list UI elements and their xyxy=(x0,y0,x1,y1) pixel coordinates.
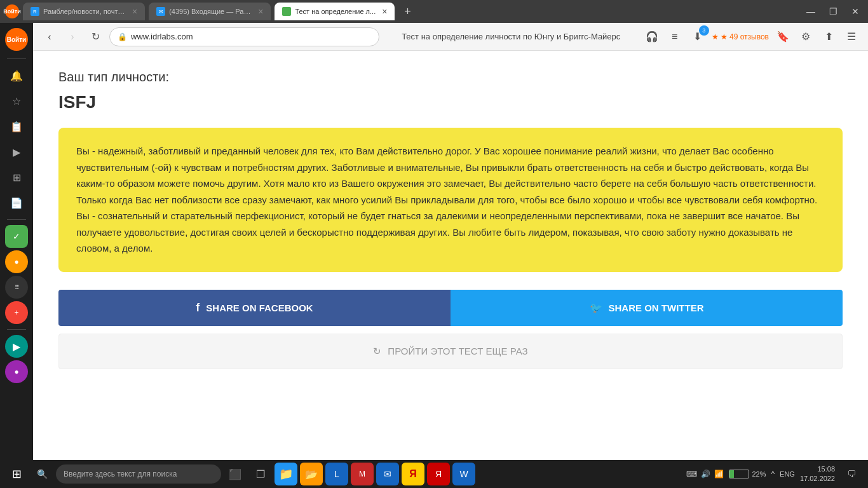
settings-icon[interactable]: ⚙ xyxy=(797,28,815,46)
sidebar-icon-orange[interactable]: ● xyxy=(5,250,28,273)
system-clock: 15:08 17.02.2022 xyxy=(800,464,835,484)
tab-label-2: (4395) Входящие — Рамб... xyxy=(169,8,252,15)
taskbar-search-placeholder: Введите здесь текст для поиска xyxy=(64,470,177,478)
reviews-badge[interactable]: ★ ★ 49 отзывов xyxy=(712,32,769,41)
address-text: www.idrlabs.com xyxy=(131,32,193,41)
nav-page-title: Тест на определение личности по Юнгу и Б… xyxy=(384,32,638,41)
page-content: Ваш тип личности: ISFJ Вы - надежный, за… xyxy=(33,51,868,460)
taskbar-app-yandex2[interactable]: Я xyxy=(427,463,450,485)
title-bar-left: Войти R Рамблер/новости, почта ... × ✉ (… xyxy=(5,3,416,20)
tray-icon-3[interactable]: 📶 xyxy=(714,470,724,478)
sidebar-icon-teal[interactable]: ▶ xyxy=(5,335,28,358)
sidebar-icon-notes[interactable]: 📋 xyxy=(5,115,28,138)
personality-type: ISFJ xyxy=(58,92,843,112)
tray-icon-1[interactable]: ⌨ xyxy=(686,470,697,478)
close-button[interactable]: ✕ xyxy=(848,5,863,18)
tab-rambler-news[interactable]: R Рамблер/новости, почта ... × xyxy=(23,3,145,20)
expand-icon[interactable]: ^ xyxy=(771,470,775,478)
clock-time: 15:08 xyxy=(800,464,835,474)
battery-fill xyxy=(729,470,734,478)
tab-label-1: Рамблер/новости, почта ... xyxy=(43,8,126,15)
taskbar-app-files[interactable]: 📂 xyxy=(300,463,323,485)
refresh-button[interactable]: ↻ xyxy=(86,28,104,46)
taskbar-app-red[interactable]: M xyxy=(351,463,374,485)
tab-close-2[interactable]: × xyxy=(258,6,263,17)
taskbar-search-icon[interactable]: 🔍 xyxy=(31,463,53,485)
clock-date: 17.02.2022 xyxy=(800,474,835,484)
bookmark-icon[interactable]: 🔖 xyxy=(774,28,792,46)
tab-mail[interactable]: ✉ (4395) Входящие — Рамб... × xyxy=(149,3,271,20)
taskbar-app-yandex[interactable]: Я xyxy=(402,463,424,485)
title-bar-controls: — ❐ ✕ xyxy=(803,5,863,18)
description-box: Вы - надежный, заботливый и преданный че… xyxy=(58,128,843,272)
taskbar-app-mail[interactable]: ✉ xyxy=(376,463,399,485)
sidebar-toggle-icon[interactable]: ☰ xyxy=(843,28,860,46)
sidebar-icon-doc[interactable]: 📄 xyxy=(5,191,28,214)
share-icon[interactable]: ⬆ xyxy=(820,28,837,46)
description-text: Вы - надежный, заботливый и преданный че… xyxy=(76,143,825,257)
facebook-icon: f xyxy=(196,301,200,315)
tab-favicon-1: R xyxy=(31,7,39,16)
refresh-icon-retake: ↻ xyxy=(373,346,381,357)
rambler-logo[interactable]: Войти xyxy=(5,4,19,18)
notification-icon[interactable]: 🗨 xyxy=(840,463,863,485)
taskbar-app-explorer[interactable]: 📁 xyxy=(275,463,297,485)
sidebar-icon-play[interactable]: ▶ xyxy=(5,140,28,163)
share-facebook-button[interactable]: f SHARE ON FACEBOOK xyxy=(58,290,451,326)
tab-test-active[interactable]: Тест на определение л... × xyxy=(275,3,395,20)
reader-icon[interactable]: ≡ xyxy=(666,28,684,46)
retake-test-button[interactable]: ↻ ПРОЙТИ ЭТОТ ТЕСТ ЕЩЕ РАЗ xyxy=(58,334,843,369)
sidebar-icon-star[interactable]: ☆ xyxy=(5,90,28,112)
sidebar-icon-purple[interactable]: ● xyxy=(5,360,28,383)
lock-icon: 🔒 xyxy=(118,32,127,41)
battery-bar xyxy=(729,470,749,478)
taskbar-right: ⌨ 🔊 📶 22% ^ ENG 15:08 17.02.2022 🗨 xyxy=(686,463,863,485)
sidebar-icon-bell[interactable]: 🔔 xyxy=(5,64,28,87)
tab-favicon-2: ✉ xyxy=(156,7,165,16)
download-icon[interactable]: ⬇ 3 xyxy=(689,28,707,46)
sidebar-icon-dots[interactable]: ⠿ xyxy=(5,276,28,299)
language-indicator[interactable]: ENG xyxy=(780,470,795,478)
title-bar: Войти R Рамблер/новости, почта ... × ✉ (… xyxy=(0,0,868,23)
sidebar: Войти 🔔 ☆ 📋 ▶ ⊞ 📄 ✓ ● ⠿ + ▶ ● xyxy=(0,23,33,460)
download-badge: 3 xyxy=(699,25,709,36)
taskbar-cortana-icon[interactable]: ⬛ xyxy=(224,463,247,485)
share-twitter-button[interactable]: 🐦 SHARE ON TWITTER xyxy=(451,290,843,326)
nav-bar: ‹ › ↻ 🔒 www.idrlabs.com Тест на определе… xyxy=(33,23,868,51)
taskbar-app-doc[interactable]: W xyxy=(452,463,475,485)
minimize-button[interactable]: — xyxy=(803,5,819,18)
reviews-star: ★ xyxy=(712,32,719,41)
sidebar-icon-green[interactable]: ✓ xyxy=(5,225,28,248)
tray-expand[interactable]: ^ xyxy=(771,470,775,478)
taskbar: ⊞ 🔍 Введите здесь текст для поиска ⬛ ❐ 📁… xyxy=(0,460,868,488)
taskbar-search-bar[interactable]: Введите здесь текст для поиска xyxy=(56,464,221,484)
restore-button[interactable]: ❐ xyxy=(825,5,841,18)
tab-close-3[interactable]: × xyxy=(382,6,387,17)
tab-label-3: Тест на определение л... xyxy=(295,8,376,15)
tray-icon-2[interactable]: 🔊 xyxy=(701,470,710,478)
back-button[interactable]: ‹ xyxy=(41,28,58,46)
personality-label: Ваш тип личности: xyxy=(58,70,843,85)
sidebar-divider-1 xyxy=(7,58,26,59)
start-button[interactable]: ⊞ xyxy=(5,463,28,485)
sidebar-icon-red[interactable]: + xyxy=(5,301,28,324)
headphones-icon[interactable]: 🎧 xyxy=(643,28,661,46)
sidebar-icon-grid[interactable]: ⊞ xyxy=(5,166,28,189)
tab-favicon-3 xyxy=(282,7,291,16)
browser-body: Войти 🔔 ☆ 📋 ▶ ⊞ 📄 ✓ ● ⠿ + ▶ ● ‹ › ↻ xyxy=(0,23,868,460)
address-bar[interactable]: 🔒 www.idrlabs.com xyxy=(109,27,379,46)
retake-button-label: ПРОЙТИ ЭТОТ ТЕСТ ЕЩЕ РАЗ xyxy=(388,346,527,356)
main-area: ‹ › ↻ 🔒 www.idrlabs.com Тест на определе… xyxy=(33,23,868,460)
taskbar-task-view[interactable]: ❐ xyxy=(249,463,272,485)
sidebar-divider-2 xyxy=(7,219,26,220)
tab-close-1[interactable]: × xyxy=(132,6,137,17)
system-tray-icons: ⌨ 🔊 📶 xyxy=(686,470,724,478)
battery-percent: 22% xyxy=(752,470,766,478)
new-tab-button[interactable]: + xyxy=(398,3,416,20)
taskbar-app-blue[interactable]: L xyxy=(325,463,348,485)
action-buttons: f SHARE ON FACEBOOK 🐦 SHARE ON TWITTER xyxy=(58,290,843,326)
sidebar-avatar[interactable]: Войти xyxy=(5,28,28,51)
sidebar-divider-3 xyxy=(7,329,26,330)
forward-button[interactable]: › xyxy=(64,28,81,46)
twitter-button-label: SHARE ON TWITTER xyxy=(609,302,704,313)
